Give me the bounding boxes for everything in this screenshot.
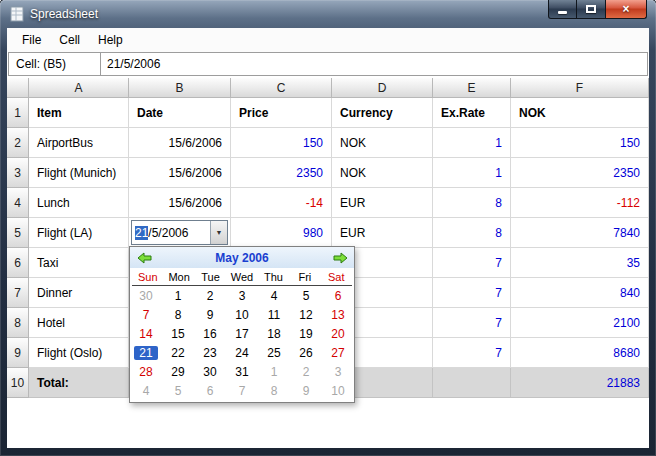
cell-c5[interactable]: 980 [231,218,332,248]
cell-d1[interactable]: Currency [332,98,433,128]
calendar-day[interactable]: 2 [290,365,322,379]
calendar-day[interactable]: 12 [290,308,322,322]
cell-a8[interactable]: Hotel [29,308,129,338]
column-header-d[interactable]: D [332,78,433,98]
row-header-3[interactable]: 3 [7,158,29,188]
cell-c3[interactable]: 2350 [231,158,332,188]
calendar-day[interactable]: 1 [162,289,194,303]
row-header-5[interactable]: 5 [7,218,29,248]
combobox-dropdown-button[interactable]: ▼ [210,221,227,244]
cell-e9[interactable]: 7 [433,338,511,368]
calendar-day[interactable]: 9 [290,384,322,398]
cell-b2[interactable]: 15/6/2006 [129,128,231,158]
calendar-day[interactable]: 18 [258,327,290,341]
cell-a7[interactable]: Dinner [29,278,129,308]
menu-help[interactable]: Help [89,28,132,52]
calendar-day[interactable]: 4 [258,289,290,303]
calendar-day[interactable]: 15 [162,327,194,341]
calendar-day[interactable]: 11 [258,308,290,322]
calendar-day[interactable]: 28 [130,365,162,379]
calendar-day-selected[interactable]: 21 [134,346,158,360]
calendar-day[interactable]: 8 [258,384,290,398]
cell-d2[interactable]: NOK [332,128,433,158]
calendar-day[interactable]: 2 [194,289,226,303]
column-header-f[interactable]: F [511,78,649,98]
cell-d4[interactable]: EUR [332,188,433,218]
calendar-day[interactable]: 3 [226,289,258,303]
calendar-day[interactable]: 30 [194,365,226,379]
row-header-8[interactable]: 8 [7,308,29,338]
cell-f4[interactable]: -112 [511,188,649,218]
cell-f10[interactable]: 21883 [511,368,649,398]
cell-f9[interactable]: 8680 [511,338,649,368]
menu-file[interactable]: File [13,28,50,52]
calendar-day[interactable]: 7 [130,308,162,322]
cell-a4[interactable]: Lunch [29,188,129,218]
cell-a10[interactable]: Total: [29,368,129,398]
row-header-6[interactable]: 6 [7,248,29,278]
row-header-2[interactable]: 2 [7,128,29,158]
date-combobox-text[interactable]: 21/5/2006 [132,221,210,244]
cell-e6[interactable]: 7 [433,248,511,278]
cell-a9[interactable]: Flight (Oslo) [29,338,129,368]
cell-e5[interactable]: 8 [433,218,511,248]
cell-f5[interactable]: 7840 [511,218,649,248]
row-header-10[interactable]: 10 [7,368,29,398]
cell-a3[interactable]: Flight (Munich) [29,158,129,188]
select-all-corner[interactable] [7,78,29,98]
cell-f7[interactable]: 840 [511,278,649,308]
column-header-e[interactable]: E [433,78,511,98]
close-button[interactable]: × [606,0,647,19]
calendar-prev-button[interactable] [133,249,155,266]
cell-b4[interactable]: 15/6/2006 [129,188,231,218]
cell-d3[interactable]: NOK [332,158,433,188]
calendar-day[interactable]: 16 [194,327,226,341]
calendar-day[interactable]: 29 [162,365,194,379]
calendar-day[interactable]: 6 [322,289,354,303]
calendar-next-button[interactable] [329,249,351,266]
cell-a2[interactable]: AirportBus [29,128,129,158]
cell-b1[interactable]: Date [129,98,231,128]
calendar-day[interactable]: 22 [162,346,194,360]
calendar-day[interactable]: 4 [130,384,162,398]
title-bar[interactable]: Spreadsheet × [0,0,656,28]
calendar-day[interactable]: 26 [290,346,322,360]
column-header-a[interactable]: A [29,78,129,98]
calendar-day[interactable]: 14 [130,327,162,341]
cell-e4[interactable]: 8 [433,188,511,218]
cell-e10[interactable] [433,368,511,398]
calendar-day[interactable]: 25 [258,346,290,360]
row-header-9[interactable]: 9 [7,338,29,368]
calendar-day[interactable]: 19 [290,327,322,341]
calendar-day[interactable]: 5 [162,384,194,398]
calendar-day[interactable]: 10 [226,308,258,322]
cell-a1[interactable]: Item [29,98,129,128]
cell-d5[interactable]: EUR [332,218,433,248]
calendar-day[interactable]: 17 [226,327,258,341]
calendar-day[interactable]: 30 [130,289,162,303]
column-header-c[interactable]: C [231,78,332,98]
row-header-7[interactable]: 7 [7,278,29,308]
calendar-day[interactable]: 10 [322,384,354,398]
cell-b3[interactable]: 15/6/2006 [129,158,231,188]
calendar-day[interactable]: 13 [322,308,354,322]
cell-value-input[interactable] [101,53,647,75]
cell-e3[interactable]: 1 [433,158,511,188]
calendar-day[interactable]: 3 [322,365,354,379]
date-combobox[interactable]: 21/5/2006 ▼ [131,220,228,245]
cell-f2[interactable]: 150 [511,128,649,158]
cell-c4[interactable]: -14 [231,188,332,218]
cell-c1[interactable]: Price [231,98,332,128]
maximize-button[interactable] [577,0,606,19]
minimize-button[interactable] [548,0,577,19]
cell-a6[interactable]: Taxi [29,248,129,278]
cell-e2[interactable]: 1 [433,128,511,158]
calendar-day[interactable]: 1 [258,365,290,379]
calendar-day[interactable]: 27 [322,346,354,360]
cell-e1[interactable]: Ex.Rate [433,98,511,128]
calendar-day[interactable]: 8 [162,308,194,322]
calendar-day[interactable]: 9 [194,308,226,322]
row-header-1[interactable]: 1 [7,98,29,128]
menu-cell[interactable]: Cell [50,28,89,52]
calendar-day[interactable]: 23 [194,346,226,360]
